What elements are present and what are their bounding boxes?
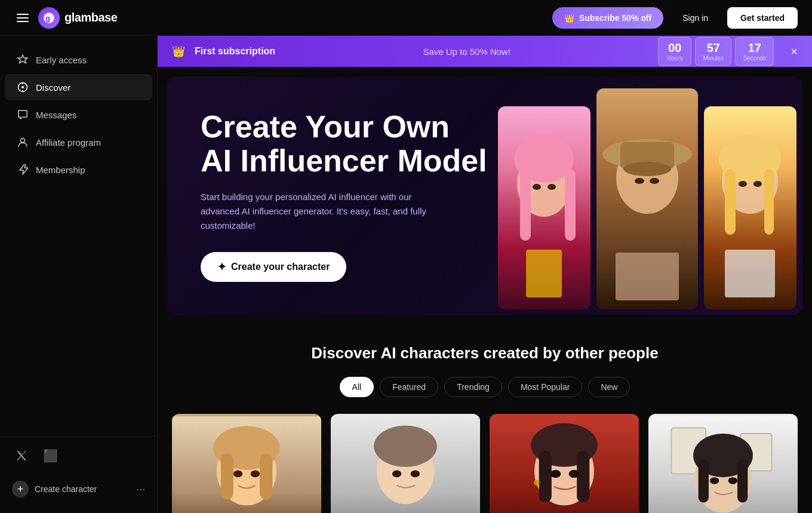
sidebar-item-affiliate[interactable]: Affiliate program: [5, 129, 152, 155]
svg-point-50: [534, 480, 540, 486]
filter-tab-most-popular[interactable]: Most Popular: [508, 377, 582, 397]
banner-title: First subscription: [195, 46, 275, 57]
svg-point-42: [411, 471, 420, 478]
sidebar-item-label: Discover: [36, 82, 70, 93]
discover-title: Discover AI characters created by other …: [172, 344, 798, 363]
character-card[interactable]: [172, 414, 321, 513]
filter-tabs: All Featured Trending Most Popular New: [172, 377, 798, 397]
minutes-block: 57 Minutes: [695, 37, 731, 66]
hero-images: [492, 76, 802, 315]
banner-crown-icon: 👑: [172, 45, 185, 58]
svg-point-40: [374, 426, 437, 467]
discover-section: Discover AI characters created by other …: [158, 325, 812, 513]
svg-point-37: [251, 471, 260, 478]
subscribe-button[interactable]: 👑 Subscribe 50% off: [552, 7, 663, 29]
banner-close-button[interactable]: ×: [791, 45, 798, 57]
sidebar-item-early-access[interactable]: Early access: [5, 47, 152, 73]
svg-point-59: [728, 477, 737, 484]
filter-tab-all[interactable]: All: [340, 377, 374, 397]
svg-point-36: [233, 471, 242, 478]
sidebar-item-label: Messages: [36, 110, 76, 120]
svg-rect-35: [260, 454, 272, 500]
svg-point-23: [548, 184, 556, 190]
svg-rect-30: [725, 250, 775, 297]
sidebar-nav: Early access Discover: [0, 36, 157, 436]
star-icon: [17, 54, 29, 66]
sidebar: Early access Discover: [0, 36, 158, 513]
create-character-label[interactable]: Create character: [35, 484, 130, 494]
countdown-timer: 00 Hours 57 Minutes 17 Seconds: [658, 37, 774, 66]
seconds-block: 17 Seconds: [735, 37, 774, 66]
seconds-label: Seconds: [743, 55, 766, 62]
svg-rect-15: [565, 169, 576, 241]
sidebar-item-membership[interactable]: Membership: [5, 156, 152, 183]
social-icons: ⬛: [12, 446, 145, 465]
filter-tab-trending[interactable]: Trending: [444, 377, 502, 397]
hours-block: 00 Hours: [658, 37, 691, 66]
character-card[interactable]: [648, 414, 798, 513]
sidebar-item-messages[interactable]: Messages: [5, 102, 152, 128]
svg-rect-29: [616, 253, 679, 300]
lightning-icon: [17, 164, 29, 176]
create-character-plus-button[interactable]: +: [12, 481, 29, 497]
svg-rect-47: [577, 451, 589, 503]
hero-subtitle: Start building your personalized AI infl…: [201, 190, 427, 233]
svg-point-25: [650, 178, 659, 184]
subscribe-label: Subscribe 50% off: [579, 13, 651, 23]
minutes-value: 57: [703, 41, 724, 55]
svg-rect-46: [539, 451, 552, 503]
create-character-cta-button[interactable]: ✦ Create your character: [201, 252, 346, 282]
more-options-button[interactable]: ···: [136, 483, 145, 496]
svg-rect-21: [764, 169, 774, 235]
svg-point-22: [533, 184, 541, 190]
svg-point-26: [739, 181, 747, 187]
sign-in-button[interactable]: Sign in: [673, 7, 718, 29]
svg-rect-20: [725, 169, 736, 235]
subscription-banner: 👑 First subscription Save Up to 50% Now!…: [158, 36, 812, 67]
hero-title: Create Your Own AI Influencer Model: [201, 110, 487, 178]
characters-grid: [172, 414, 798, 513]
twitter-icon[interactable]: [12, 446, 31, 465]
hamburger-menu[interactable]: [14, 11, 31, 24]
sidebar-item-discover[interactable]: Discover: [5, 74, 152, 100]
main-layout: Early access Discover: [0, 36, 812, 513]
filter-tab-featured[interactable]: Featured: [380, 377, 438, 397]
svg-point-27: [753, 181, 762, 187]
create-character-bottom: + Create character ···: [12, 475, 145, 503]
sidebar-item-label: Early access: [36, 55, 87, 65]
nav-right: 👑 Subscribe 50% off Sign in Get started: [552, 7, 798, 29]
card-image: [172, 414, 321, 513]
svg-point-58: [710, 477, 719, 484]
card-image: [331, 414, 480, 513]
medium-icon[interactable]: ⬛: [41, 446, 60, 465]
filter-tab-new[interactable]: New: [588, 377, 630, 397]
get-started-button[interactable]: Get started: [727, 7, 798, 29]
sidebar-item-label: Membership: [36, 165, 85, 175]
svg-point-6: [21, 139, 25, 143]
character-card[interactable]: [490, 414, 639, 513]
person-icon: [17, 136, 29, 148]
hero-section: Create Your Own AI Influencer Model Star…: [167, 76, 802, 315]
content-area: 👑 First subscription Save Up to 50% Now!…: [158, 36, 812, 513]
sidebar-bottom: ⬛ + Create character ···: [0, 436, 157, 513]
svg-rect-14: [520, 169, 531, 241]
crown-icon: 👑: [564, 13, 574, 23]
seconds-value: 17: [743, 41, 766, 55]
banner-subtitle: Save Up to 50% Now!: [423, 47, 510, 57]
svg-point-49: [569, 470, 579, 478]
svg-point-24: [635, 178, 644, 184]
logo[interactable]: g glambase: [38, 7, 117, 29]
sparkle-icon: ✦: [217, 260, 226, 274]
top-navigation: g glambase 👑 Subscribe 50% off Sign in G…: [0, 0, 812, 36]
hero-image-collage: [492, 76, 802, 315]
svg-rect-56: [699, 459, 709, 502]
character-card[interactable]: [331, 414, 480, 513]
hours-value: 00: [666, 41, 684, 55]
svg-rect-34: [221, 454, 233, 500]
svg-text:g: g: [45, 14, 50, 23]
logo-icon: g: [38, 7, 60, 29]
card-image: [648, 414, 798, 513]
sidebar-item-label: Affiliate program: [36, 137, 101, 148]
svg-point-41: [392, 471, 401, 478]
hero-cta-label: Create your character: [231, 262, 330, 272]
